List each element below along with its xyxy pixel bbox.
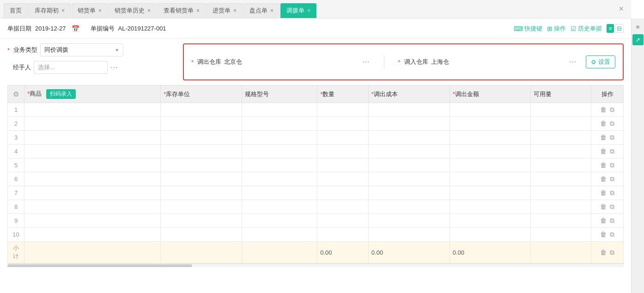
copy-row-icon[interactable]: ⧉ xyxy=(610,231,614,238)
cell-cost[interactable] xyxy=(368,103,450,117)
close-tab-purchase-order[interactable]: × xyxy=(233,7,237,14)
cell-product[interactable] xyxy=(24,117,161,131)
cell-cost[interactable] xyxy=(368,131,450,145)
cell-qty[interactable] xyxy=(317,131,369,145)
close-tab-sales-history[interactable]: × xyxy=(147,7,151,14)
cell-qty[interactable] xyxy=(317,200,369,214)
warehouse-in-more-btn[interactable]: ··· xyxy=(569,58,577,66)
cell-unit[interactable] xyxy=(161,214,242,228)
cell-qty[interactable] xyxy=(317,103,369,117)
cell-qty[interactable] xyxy=(317,145,369,159)
cell-spec[interactable] xyxy=(242,200,317,214)
cell-available[interactable] xyxy=(531,200,591,214)
cell-qty[interactable] xyxy=(317,172,369,186)
calendar-icon[interactable]: 📅 xyxy=(72,25,79,32)
cell-product[interactable] xyxy=(24,145,161,159)
shortcuts-btn[interactable]: ⌨ 快捷键 xyxy=(514,24,542,33)
cell-product[interactable] xyxy=(24,159,161,172)
cell-product[interactable] xyxy=(24,186,161,200)
copy-row-icon[interactable]: ⧉ xyxy=(610,106,614,113)
cell-spec[interactable] xyxy=(242,228,317,242)
delete-row-icon[interactable]: 🗑 xyxy=(600,175,607,183)
cell-amount[interactable] xyxy=(450,214,531,228)
copy-row-icon[interactable]: ⧉ xyxy=(610,203,614,210)
cell-spec[interactable] xyxy=(242,172,317,186)
copy-row-icon[interactable]: ⧉ xyxy=(610,120,614,127)
cell-amount[interactable] xyxy=(450,145,531,159)
cell-spec[interactable] xyxy=(242,145,317,159)
cell-product[interactable] xyxy=(24,228,161,242)
cell-qty[interactable] xyxy=(317,186,369,200)
horizontal-scrollbar[interactable] xyxy=(7,263,624,267)
cell-unit[interactable] xyxy=(161,186,242,200)
handler-more-btn[interactable]: ··· xyxy=(110,63,118,72)
tab-stocktake[interactable]: 盘点单 × xyxy=(243,3,279,18)
warehouse-out-more-btn[interactable]: ··· xyxy=(362,58,370,66)
cell-available[interactable] xyxy=(531,145,591,159)
sidebar-export-icon[interactable]: ↗ xyxy=(632,34,644,45)
cell-spec[interactable] xyxy=(242,214,317,228)
cell-product[interactable] xyxy=(24,172,161,186)
cell-product[interactable] xyxy=(24,200,161,214)
warehouse-out-value[interactable]: 北京仓 xyxy=(224,58,242,66)
cell-unit[interactable] xyxy=(161,145,242,159)
cell-cost[interactable] xyxy=(368,200,450,214)
cell-unit[interactable] xyxy=(161,131,242,145)
cell-available[interactable] xyxy=(531,131,591,145)
delete-row-icon[interactable]: 🗑 xyxy=(600,106,607,113)
date-value[interactable]: 2019-12-27 xyxy=(35,25,66,32)
cell-amount[interactable] xyxy=(450,186,531,200)
cell-cost[interactable] xyxy=(368,186,450,200)
handler-input[interactable]: 选择... xyxy=(34,61,108,74)
cell-cost[interactable] xyxy=(368,172,450,186)
table-gear-icon[interactable]: ⚙ xyxy=(13,90,19,98)
delete-row-icon[interactable]: 🗑 xyxy=(600,189,607,196)
cell-amount[interactable] xyxy=(450,117,531,131)
delete-row-icon[interactable]: 🗑 xyxy=(600,203,607,210)
scan-button[interactable]: 扫码录入 xyxy=(46,89,76,99)
close-tab-transfer[interactable]: × xyxy=(307,7,310,14)
cell-amount[interactable] xyxy=(450,159,531,172)
layout-toggle[interactable]: ≡ ⊟ xyxy=(607,24,624,33)
cell-amount[interactable] xyxy=(450,103,531,117)
cell-product[interactable] xyxy=(24,131,161,145)
tab-inventory-init[interactable]: 库存期初 × xyxy=(29,3,71,18)
cell-qty[interactable] xyxy=(317,228,369,242)
cell-amount[interactable] xyxy=(450,228,531,242)
cell-available[interactable] xyxy=(531,103,591,117)
cell-spec[interactable] xyxy=(242,159,317,172)
cell-product[interactable] xyxy=(24,103,161,117)
delete-row-icon[interactable]: 🗑 xyxy=(600,120,607,127)
cell-cost[interactable] xyxy=(368,228,450,242)
delete-row-icon[interactable]: 🗑 xyxy=(600,231,607,238)
sidebar-list-icon[interactable]: ≡ xyxy=(632,21,644,32)
cell-spec[interactable] xyxy=(242,117,317,131)
close-tab-inventory-init[interactable]: × xyxy=(61,7,65,14)
cell-available[interactable] xyxy=(531,186,591,200)
copy-row-icon[interactable]: ⧉ xyxy=(610,189,614,196)
delete-row-icon[interactable]: 🗑 xyxy=(600,147,607,155)
delete-row-icon[interactable]: 🗑 xyxy=(600,134,607,141)
cell-available[interactable] xyxy=(531,214,591,228)
tab-sales-order[interactable]: 销货单 × xyxy=(72,3,108,18)
cell-spec[interactable] xyxy=(242,131,317,145)
subtotal-copy-icon[interactable]: ⧉ xyxy=(610,249,614,256)
tab-transfer[interactable]: 调拨单 × xyxy=(280,3,316,18)
cell-spec[interactable] xyxy=(242,186,317,200)
business-type-select[interactable]: 同价调拨 ▼ xyxy=(40,43,123,56)
close-tab-view-sales[interactable]: × xyxy=(196,7,200,14)
cell-qty[interactable] xyxy=(317,214,369,228)
cell-unit[interactable] xyxy=(161,103,242,117)
cell-unit[interactable] xyxy=(161,172,242,186)
tab-home[interactable]: 首页 xyxy=(4,3,28,18)
cell-cost[interactable] xyxy=(368,159,450,172)
cell-amount[interactable] xyxy=(450,200,531,214)
copy-row-icon[interactable]: ⧉ xyxy=(610,147,614,155)
cell-available[interactable] xyxy=(531,117,591,131)
cell-available[interactable] xyxy=(531,159,591,172)
cell-spec[interactable] xyxy=(242,103,317,117)
copy-row-icon[interactable]: ⧉ xyxy=(610,175,614,183)
copy-row-icon[interactable]: ⧉ xyxy=(610,134,614,141)
scrollbar-thumb[interactable] xyxy=(7,264,192,267)
actions-btn[interactable]: ⊞ 操作 xyxy=(547,24,566,33)
